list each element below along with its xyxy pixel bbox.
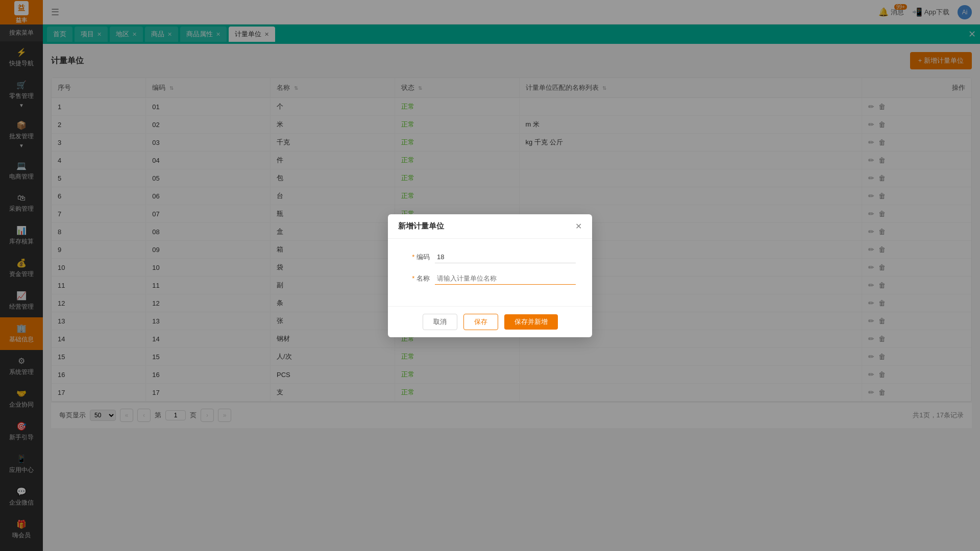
add-unit-modal: 新增计量单位 ✕ 编码 名称 取消 保存 保存并新增 — [388, 214, 592, 337]
form-row-name: 名称 — [404, 272, 576, 285]
modal-header: 新增计量单位 ✕ — [388, 214, 592, 239]
code-input[interactable] — [435, 251, 576, 263]
cancel-button[interactable]: 取消 — [423, 314, 457, 330]
save-continue-button[interactable]: 保存并新增 — [504, 314, 558, 330]
modal-body: 编码 名称 — [388, 239, 592, 306]
modal-footer: 取消 保存 保存并新增 — [388, 306, 592, 337]
modal-overlay[interactable]: 新增计量单位 ✕ 编码 名称 取消 保存 保存并新增 — [0, 0, 980, 551]
code-label: 编码 — [404, 253, 430, 262]
name-input[interactable] — [435, 272, 576, 285]
modal-title: 新增计量单位 — [398, 221, 444, 231]
name-label: 名称 — [404, 274, 430, 283]
form-row-code: 编码 — [404, 251, 576, 263]
modal-close-button[interactable]: ✕ — [575, 221, 582, 231]
save-button[interactable]: 保存 — [463, 314, 498, 330]
